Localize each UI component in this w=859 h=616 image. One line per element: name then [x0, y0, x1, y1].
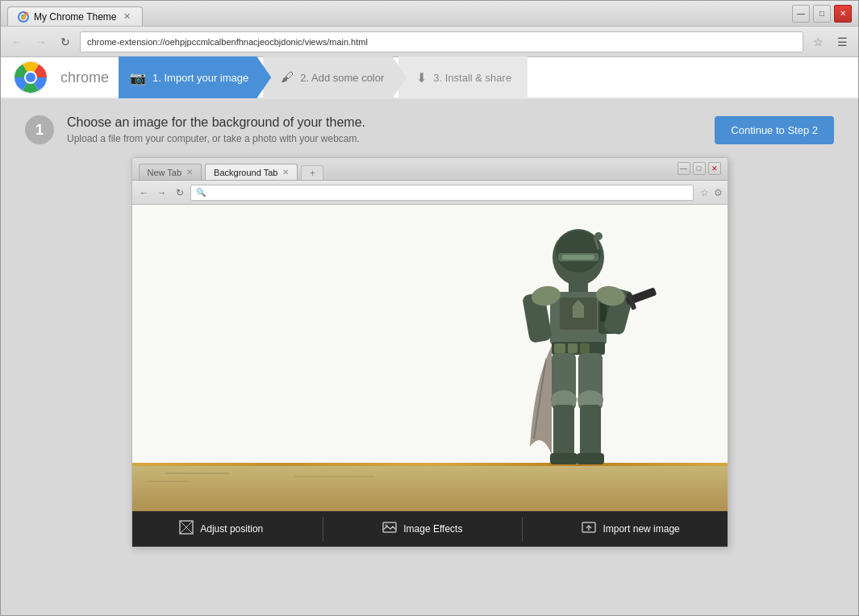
menu-button[interactable]: ☰	[832, 32, 852, 52]
svg-rect-11	[569, 282, 588, 293]
svg-rect-30	[580, 405, 601, 457]
main-content: 1 Choose an image for the background of …	[1, 99, 858, 615]
preview-tab-background-label: Background Tab	[214, 168, 277, 177]
svg-rect-29	[553, 405, 574, 457]
tab-favicon-icon	[18, 11, 29, 23]
preview-window-controls: — □ ✕	[678, 162, 721, 175]
svg-rect-31	[550, 453, 578, 464]
import-new-image-icon	[582, 520, 596, 538]
preview-tab-new[interactable]: New Tab ✕	[139, 164, 202, 180]
boba-fett-character	[502, 221, 663, 511]
step-3-label: 3. Install & share	[433, 72, 511, 84]
image-effects-label: Image Effects	[403, 523, 462, 535]
preview-address-bar[interactable]: 🔍	[190, 185, 694, 201]
adjust-position-label: Adjust position	[200, 523, 263, 535]
step-subtext: Upload a file from your computer, or tak…	[67, 133, 702, 144]
preview-new-tab-button[interactable]: +	[301, 165, 323, 180]
adjust-position-button[interactable]: Adjust position	[169, 515, 273, 543]
svg-point-10	[594, 232, 603, 240]
svg-point-6	[556, 231, 601, 273]
step-number-circle: 1	[25, 115, 54, 144]
bookmark-star-button[interactable]: ☆	[808, 32, 828, 52]
preview-reload-btn[interactable]: ↻	[173, 185, 187, 200]
window-frame: My Chrome Theme ✕ — □ ✕ ← → ↻ chrome-ext…	[0, 0, 859, 616]
browser-preview: New Tab ✕ Background Tab ✕ + — □ ✕ ←	[131, 157, 728, 547]
chrome-wordmark: chrome	[60, 69, 109, 86]
step-2-label: 2. Add some color	[300, 72, 384, 84]
preview-toolbar: Adjust position Image Effects	[132, 511, 728, 547]
back-button[interactable]: ←	[7, 32, 27, 52]
step-1-icon: 📷	[130, 70, 146, 85]
tab-bar: My Chrome Theme ✕	[7, 1, 792, 26]
import-new-image-button[interactable]: Import new image	[572, 515, 689, 543]
preview-nav-bar: ← → ↻ 🔍 ☆ ⚙	[132, 181, 728, 205]
browser-tab-active[interactable]: My Chrome Theme ✕	[7, 6, 143, 26]
preview-tab-background[interactable]: Background Tab ✕	[205, 164, 298, 180]
step-1-label: 1. Import your image	[152, 72, 248, 84]
step-bar: chrome 📷 1. Import your image 🖌 2. Add s…	[1, 57, 858, 99]
continue-button[interactable]: Continue to Step 2	[715, 116, 834, 144]
preview-forward-btn[interactable]: →	[155, 185, 169, 200]
svg-point-4	[26, 73, 35, 82]
address-text: chrome-extension://oehpjpccmlcalbenfhnac…	[87, 37, 368, 47]
adjust-position-icon	[179, 520, 194, 538]
preview-star-btn[interactable]: ☆	[700, 187, 709, 198]
import-new-image-label: Import new image	[603, 523, 679, 535]
step-1-button[interactable]: 📷 1. Import your image	[119, 56, 271, 98]
preview-back-btn[interactable]: ←	[137, 185, 152, 200]
image-effects-icon	[382, 520, 397, 538]
maximize-button[interactable]: □	[813, 5, 831, 23]
nav-bar: ← → ↻ chrome-extension://oehpjpccmlcalbe…	[1, 27, 858, 57]
chrome-logo	[14, 60, 48, 94]
preview-minimize-btn[interactable]: —	[678, 162, 690, 175]
step-3-icon: ⬇	[416, 70, 427, 85]
address-bar[interactable]: chrome-extension://oehpjpccmlcalbenfhnac…	[80, 31, 803, 52]
step-description: Choose an image for the background of yo…	[67, 115, 702, 144]
step-2-icon: 🖌	[281, 70, 294, 85]
image-effects-button[interactable]: Image Effects	[373, 515, 472, 543]
svg-rect-32	[577, 453, 604, 464]
preview-maximize-btn[interactable]: □	[693, 162, 706, 175]
svg-rect-24	[580, 343, 590, 353]
step-instruction-row: 1 Choose an image for the background of …	[25, 115, 834, 144]
preview-tab-new-close[interactable]: ✕	[186, 168, 193, 177]
close-button[interactable]: ✕	[834, 5, 852, 23]
preview-tab-new-label: New Tab	[148, 168, 182, 177]
reload-button[interactable]: ↻	[56, 32, 75, 52]
tab-close-button[interactable]: ✕	[121, 11, 132, 23]
toolbar-divider-2	[522, 517, 523, 541]
forward-button[interactable]: →	[31, 32, 51, 52]
title-bar-controls: — □ ✕	[792, 5, 852, 23]
toolbar-divider-1	[323, 517, 323, 541]
preview-tab-background-close[interactable]: ✕	[282, 168, 289, 177]
preview-title-bar: New Tab ✕ Background Tab ✕ + — □ ✕	[132, 158, 728, 181]
step-heading: Choose an image for the background of yo…	[67, 115, 702, 130]
svg-rect-22	[554, 343, 565, 353]
svg-rect-8	[562, 255, 594, 260]
preview-close-btn[interactable]: ✕	[708, 162, 721, 175]
svg-rect-23	[568, 343, 578, 353]
minimize-button[interactable]: —	[792, 5, 810, 23]
preview-content-area	[132, 205, 728, 511]
step-2-button[interactable]: 🖌 2. Add some color	[263, 56, 407, 98]
title-bar: My Chrome Theme ✕ — □ ✕	[1, 1, 858, 27]
preview-wrench-btn[interactable]: ⚙	[714, 187, 723, 198]
tab-title: My Chrome Theme	[34, 11, 116, 23]
preview-search-icon: 🔍	[196, 188, 206, 197]
step-3-button[interactable]: ⬇ 3. Install & share	[398, 56, 527, 98]
